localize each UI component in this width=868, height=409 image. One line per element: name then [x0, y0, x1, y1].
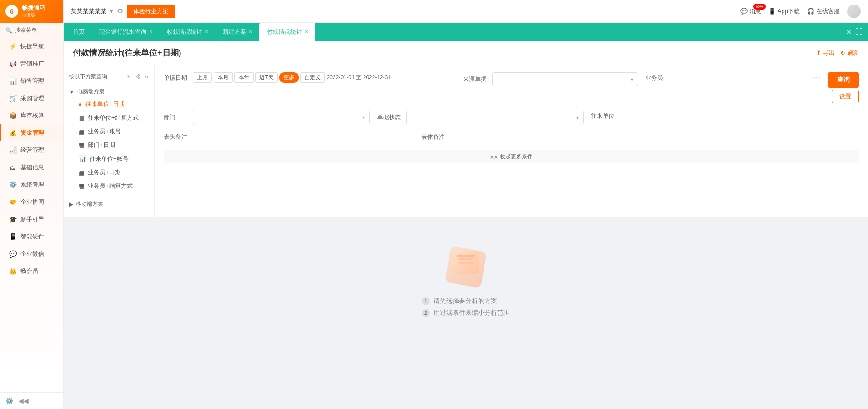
refresh-btn[interactable]: ↻ 刷新 [840, 49, 859, 57]
purchase-icon: 🛒 [9, 94, 17, 102]
scheme-panel: 按以下方案查询 ＋ ⚙ « ▼ 电脑端方案 ● 往来单位+日期 [64, 65, 155, 217]
tab-payment-stats[interactable]: 付款情况统计 × [259, 23, 315, 41]
tab-new-scheme-close[interactable]: × [249, 29, 252, 35]
scheme-table-icon-1: ▦ [78, 114, 84, 121]
query-btn[interactable]: 查询 [828, 72, 859, 88]
doc-status-field: 单据状态 ▾ [377, 111, 584, 124]
trial-btn[interactable]: 体验行业方案 [127, 5, 175, 18]
search-menu[interactable]: 🔍 搜索菜单 [0, 23, 63, 38]
pc-category-toggle[interactable]: ▼ 电脑端方案 [69, 86, 149, 97]
notice-btn[interactable]: 💬 消息 99+ [740, 7, 761, 15]
tab-fullscreen-btn[interactable]: ⛶ [855, 28, 863, 36]
sidebar-item-operation[interactable]: 📈 经营管理 [0, 141, 63, 159]
app-download-btn[interactable]: 📱 App下载 [768, 7, 800, 15]
filter-panel: 按以下方案查询 ＋ ⚙ « ▼ 电脑端方案 ● 往来单位+日期 [64, 65, 868, 217]
sidebar-collapse-btn[interactable]: ◀◀ [19, 397, 29, 404]
page-header: 付款情况统计(往来单位+日期) ⬆ 导出 ↻ 刷新 [64, 41, 868, 65]
counterpart-field: 往来单位 ··· [591, 111, 797, 121]
empty-illustration [443, 244, 489, 290]
filter-settings-btn[interactable]: 设置 [832, 90, 859, 103]
sidebar-item-sales[interactable]: 📊 销售管理 [0, 72, 63, 90]
sidebar-item-enterprise[interactable]: 🤝 企业协同 [0, 193, 63, 211]
tab-new-scheme-label: 新建方案 [223, 28, 246, 36]
date-btn-this-month[interactable]: 本月 [214, 72, 233, 83]
date-btn-7days[interactable]: 近7天 [255, 72, 278, 83]
sidebar: 6 畅捷通巧 标准版 🔍 搜索菜单 ⚡ 快捷导航 📢 营销推广 📊 销售管理 🛒… [0, 0, 64, 409]
company-dropdown-icon[interactable]: ▾ [110, 8, 113, 15]
sidebar-item-fund[interactable]: 💰 资金管理 [0, 124, 63, 141]
scheme-table-icon-4: ▦ [78, 169, 84, 176]
service-label: 在线客服 [816, 7, 840, 15]
salesperson-input[interactable] [674, 72, 809, 83]
date-btn-last-month[interactable]: 上月 [193, 72, 212, 83]
sidebar-item-quick-nav[interactable]: ⚡ 快捷导航 [0, 38, 63, 55]
scheme-item-salesperson-date[interactable]: ▦ 业务员+日期 [69, 166, 149, 179]
app-icon: 📱 [768, 8, 776, 15]
tab-close-all-btn[interactable]: ✕ [846, 28, 852, 36]
sidebar-settings-btn[interactable]: ⚙️ [5, 397, 13, 404]
date-field: 单据日期 上月 本月 本年 近7天 更多 自定义 2022-01-01 至 20… [164, 72, 456, 83]
purchase-label: 采购管理 [20, 94, 44, 102]
tab-new-scheme[interactable]: 新建方案 × [215, 23, 259, 41]
scheme-settings-btn[interactable]: ⚙ [135, 73, 141, 80]
source-select[interactable]: ▾ [492, 72, 639, 86]
doc-status-dropdown-icon: ▾ [576, 115, 579, 120]
sidebar-item-member[interactable]: 👑 畅会员 [0, 263, 63, 280]
service-icon: 🎧 [807, 8, 814, 15]
sidebar-item-system[interactable]: ⚙️ 系统管理 [0, 176, 63, 193]
tab-receipt-close[interactable]: × [205, 29, 208, 35]
tab-home[interactable]: 首页 [65, 28, 92, 36]
page-actions: ⬆ 导出 ↻ 刷新 [816, 49, 859, 57]
sidebar-item-newbie[interactable]: 🎓 新手引导 [0, 211, 63, 228]
scheme-item-salesperson-account[interactable]: ▦ 业务员+账号 [69, 125, 149, 138]
header-note-input[interactable] [193, 131, 414, 142]
wechat-label: 企业微信 [20, 250, 44, 258]
scheme-item-counterpart-date[interactable]: ● 往来单位+日期 [69, 97, 149, 111]
salesperson-field: 业务员 ··· [645, 72, 821, 83]
tab-cash-bank-close[interactable]: × [149, 29, 152, 35]
body-note-input[interactable] [450, 131, 797, 142]
user-avatar[interactable] [847, 5, 861, 18]
dept-dropdown-icon: ▾ [363, 115, 365, 120]
topbar-settings-icon[interactable]: ⚙ [117, 7, 123, 15]
scheme-item-salesperson-settle[interactable]: ▦ 业务员+结算方式 [69, 179, 149, 193]
topbar-right: 💬 消息 99+ 📱 App下载 🎧 在线客服 [740, 5, 861, 18]
sidebar-item-purchase[interactable]: 🛒 采购管理 [0, 90, 63, 107]
system-icon: ⚙️ [9, 181, 17, 189]
tab-receipt[interactable]: 收款情况统计 × [160, 23, 215, 41]
sidebar-item-inventory[interactable]: 📦 库存核算 [0, 107, 63, 124]
scheme-item-label: 往来单位+日期 [85, 100, 125, 108]
tab-payment-stats-close[interactable]: × [305, 29, 308, 35]
date-btn-more[interactable]: 更多 [279, 72, 299, 83]
mobile-category-toggle[interactable]: ▶ 移动端方案 [69, 198, 149, 210]
body-note-field: 表体备注 [421, 131, 797, 142]
sidebar-item-hardware[interactable]: 📱 智能硬件 [0, 228, 63, 245]
sidebar-item-wechat[interactable]: 💬 企业微信 [0, 245, 63, 263]
notice-badge: 99+ [753, 4, 766, 10]
sidebar-item-basic[interactable]: 🗂 基础信息 [0, 159, 63, 176]
salesperson-label: 业务员 [645, 74, 671, 82]
tab-cash-bank[interactable]: 现金银行流水查询 × [92, 23, 160, 41]
salesperson-more-icon[interactable]: ··· [813, 74, 821, 82]
online-service-btn[interactable]: 🎧 在线客服 [807, 7, 840, 15]
doc-status-select[interactable]: ▾ [406, 111, 584, 124]
scheme-item-dept-date[interactable]: ▦ 部门+日期 [69, 138, 149, 152]
operation-icon: 📈 [9, 146, 17, 154]
empty-tip-1: 1 请先选择要分析的方案 [422, 297, 510, 305]
logo-text-block: 畅捷通巧 标准版 [22, 5, 45, 18]
counterpart-input[interactable] [620, 111, 786, 121]
source-label: 来源单据 [463, 75, 489, 83]
dept-select[interactable]: ▾ [193, 111, 370, 124]
notice-icon: 💬 [740, 8, 748, 15]
collapse-conditions-btn[interactable]: ∧∧ 收起更多条件 [164, 150, 859, 163]
header-note-field: 表头备注 [164, 131, 414, 142]
date-btn-this-year[interactable]: 本年 [234, 72, 254, 83]
scheme-add-btn[interactable]: ＋ [125, 72, 132, 81]
scheme-item-counterpart-settle[interactable]: ▦ 往来单位+结算方式 [69, 111, 149, 125]
sidebar-item-marketing[interactable]: 📢 营销推广 [0, 55, 63, 72]
counterpart-more-icon[interactable]: ··· [790, 112, 797, 120]
export-btn[interactable]: ⬆ 导出 [816, 49, 835, 57]
scheme-item-counterpart-account[interactable]: 📊 往来单位+账号 [69, 152, 149, 166]
date-btn-custom[interactable]: 自定义 [300, 72, 325, 83]
scheme-collapse-btn[interactable]: « [145, 73, 149, 80]
